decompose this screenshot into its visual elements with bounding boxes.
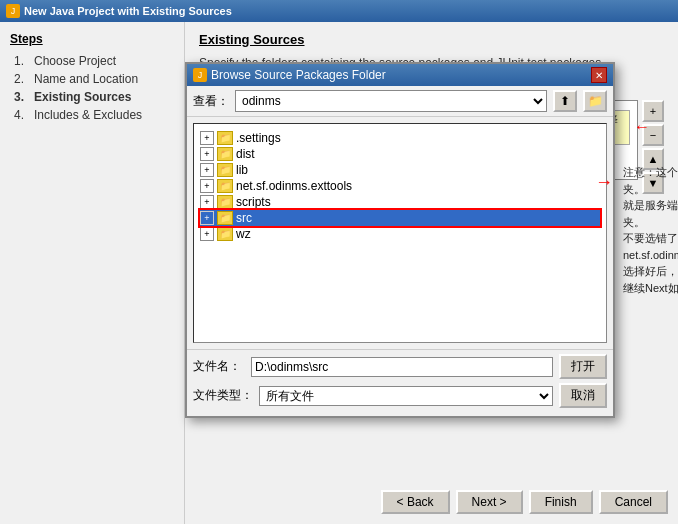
dialog-bottom: 文件名： 打开 文件类型： 所有文件 取消 (187, 349, 613, 416)
tree-item-lib[interactable]: + 📁 lib (200, 162, 600, 178)
dialog-up-button[interactable]: ⬆ (553, 90, 577, 112)
expand-dist[interactable]: + (200, 147, 214, 161)
expand-src[interactable]: + (200, 211, 214, 225)
step-1-label: Choose Project (34, 54, 116, 68)
steps-heading: Steps (10, 32, 174, 46)
tree-label-wz: wz (236, 227, 251, 241)
folder-icon-net: 📁 (217, 179, 233, 193)
folder-icon-dist: 📁 (217, 147, 233, 161)
steps-panel: Steps 1. Choose Project 2. Name and Loca… (0, 22, 185, 524)
dialog-title-icon: J (193, 68, 207, 82)
bottom-nav-buttons: < Back Next > Finish Cancel (381, 490, 668, 514)
browse-dialog: J Browse Source Packages Folder ✕ 查看： od… (185, 62, 615, 418)
filename-row: 文件名： 打开 (193, 354, 607, 379)
tree-label-src: src (236, 211, 252, 225)
folder-icon-scripts: 📁 (217, 195, 233, 209)
step-4-num: 4. (14, 108, 30, 122)
step-3-label: Existing Sources (34, 90, 131, 104)
content-panel: Existing Sources Specify the folders con… (185, 22, 678, 524)
dialog-new-folder-button[interactable]: 📁 (583, 90, 607, 112)
step-1-num: 1. (14, 54, 30, 68)
title-bar-icon: J (6, 4, 20, 18)
step-2-label: Name and Location (34, 72, 138, 86)
dialog-location-select[interactable]: odinms (235, 90, 547, 112)
filename-input[interactable] (251, 357, 553, 377)
step-2-num: 2. (14, 72, 30, 86)
expand-settings[interactable]: + (200, 131, 214, 145)
step-4: 4. Includes & Excludes (14, 108, 174, 122)
open-button[interactable]: 打开 (559, 354, 607, 379)
tree-label-lib: lib (236, 163, 248, 177)
tree-label-scripts: scripts (236, 195, 271, 209)
expand-scripts[interactable]: + (200, 195, 214, 209)
filetype-row: 文件类型： 所有文件 取消 (193, 383, 607, 408)
step-2: 2. Name and Location (14, 72, 174, 86)
steps-list: 1. Choose Project 2. Name and Location 3… (10, 54, 174, 122)
folder-icon-settings: 📁 (217, 131, 233, 145)
expand-wz[interactable]: + (200, 227, 214, 241)
red-arrow-icon: ← (634, 118, 650, 136)
title-bar: J New Java Project with Existing Sources (0, 0, 678, 22)
tree-label-net: net.sf.odinms.exttools (236, 179, 352, 193)
folder-icon-wz: 📁 (217, 227, 233, 241)
title-bar-title: New Java Project with Existing Sources (24, 5, 232, 17)
folder-icon-lib: 📁 (217, 163, 233, 177)
content-title: Existing Sources (199, 32, 664, 47)
next-button[interactable]: Next > (456, 490, 523, 514)
step-3-num: 3. (14, 90, 30, 104)
dialog-cancel-button[interactable]: 取消 (559, 383, 607, 408)
dialog-title-bar: J Browse Source Packages Folder ✕ (187, 64, 613, 86)
step-3: 3. Existing Sources (14, 90, 174, 104)
expand-lib[interactable]: + (200, 163, 214, 177)
folder-icon-src: 📁 (217, 211, 233, 225)
finish-button[interactable]: Finish (529, 490, 593, 514)
tree-item-dist[interactable]: + 📁 dist (200, 146, 600, 162)
filename-label: 文件名： (193, 358, 245, 375)
cancel-button[interactable]: Cancel (599, 490, 668, 514)
tree-item-net[interactable]: + 📁 net.sf.odinms.exttools (200, 178, 600, 194)
dialog-title-content: J Browse Source Packages Folder (193, 68, 386, 82)
dialog-title-text: Browse Source Packages Folder (211, 68, 386, 82)
tree-item-src[interactable]: + 📁 src (200, 210, 600, 226)
dialog-close-button[interactable]: ✕ (591, 67, 607, 83)
expand-net[interactable]: + (200, 179, 214, 193)
back-button[interactable]: < Back (381, 490, 450, 514)
tree-item-wz[interactable]: + 📁 wz (200, 226, 600, 242)
dialog-file-tree: + 📁 .settings + 📁 dist + 📁 lib + 📁 (193, 123, 607, 343)
filetype-label: 文件类型： (193, 387, 253, 404)
step-4-label: Includes & Excludes (34, 108, 142, 122)
dialog-look-label: 查看： (193, 93, 229, 110)
tree-label-settings: .settings (236, 131, 281, 145)
main-window: Steps 1. Choose Project 2. Name and Loca… (0, 22, 678, 524)
filetype-select[interactable]: 所有文件 (259, 386, 553, 406)
tree-label-dist: dist (236, 147, 255, 161)
dialog-toolbar: 查看： odinms ⬆ 📁 (187, 86, 613, 117)
tree-item-settings[interactable]: + 📁 .settings (200, 130, 600, 146)
step-1: 1. Choose Project (14, 54, 174, 68)
tree-item-scripts[interactable]: + 📁 scripts (200, 194, 600, 210)
